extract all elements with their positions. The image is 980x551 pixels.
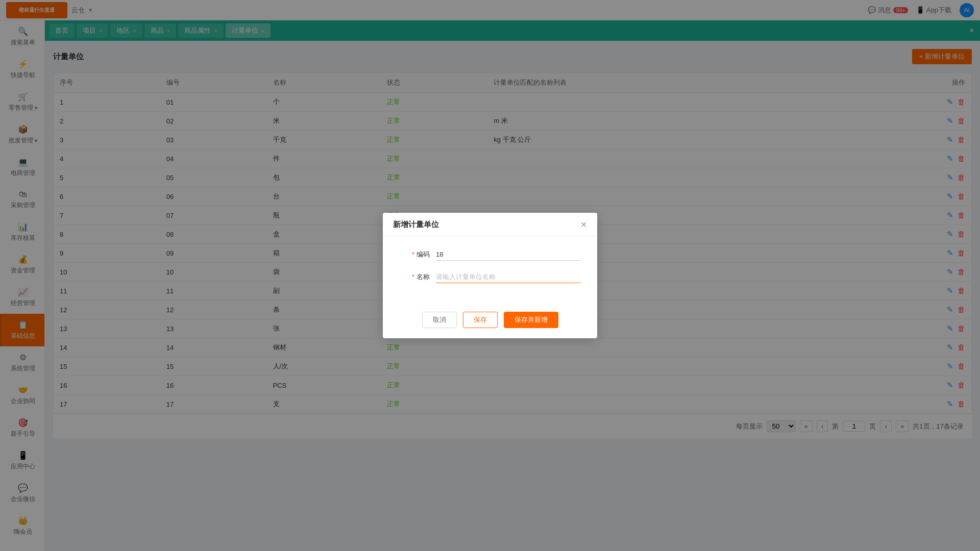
form-input-code[interactable] <box>436 248 581 261</box>
cancel-button[interactable]: 取消 <box>422 312 457 328</box>
add-unit-modal: 新增计量单位 ✕ 编码 名称 取消 保存 保存并新增 <box>383 213 597 338</box>
modal-overlay[interactable]: 新增计量单位 ✕ 编码 名称 取消 保存 保存并新增 <box>0 0 980 551</box>
form-label-name: 名称 <box>399 272 430 282</box>
form-row-code: 编码 <box>399 248 581 261</box>
modal-header: 新增计量单位 ✕ <box>383 213 597 236</box>
form-input-name[interactable] <box>436 271 581 283</box>
save-and-new-button[interactable]: 保存并新增 <box>504 312 558 328</box>
modal-title: 新增计量单位 <box>393 220 439 230</box>
modal-footer: 取消 保存 保存并新增 <box>383 306 597 338</box>
form-label-code: 编码 <box>399 250 430 259</box>
save-button[interactable]: 保存 <box>463 312 498 328</box>
modal-close-button[interactable]: ✕ <box>580 220 587 230</box>
form-row-name: 名称 <box>399 271 581 283</box>
modal-body: 编码 名称 <box>383 236 597 306</box>
